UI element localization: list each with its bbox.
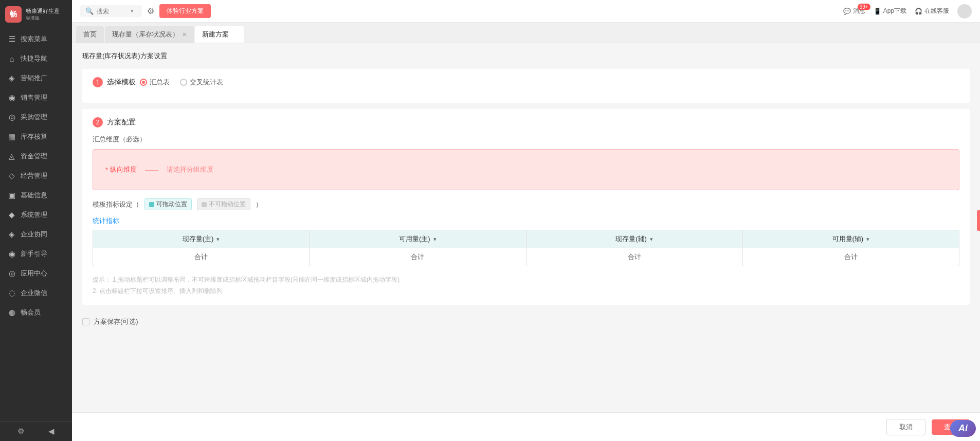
sidebar-item-wechat[interactable]: ◌ 企业微信 (0, 283, 72, 303)
stats-col-available-main[interactable]: 可用量(主) ▾ (310, 230, 526, 248)
sidebar: 畅 畅康通好生意 标准版 ☰ 搜索菜单 ⌂ 快捷导航 ◈ 营销推广 ◉ 销售管理… (0, 0, 72, 441)
trial-industry-button[interactable]: 体验行业方案 (159, 4, 211, 18)
sidebar-item-inventory[interactable]: ▦ 库存核算 (0, 127, 72, 146)
search-dropdown-icon[interactable]: ▾ (131, 8, 134, 14)
radio-summary[interactable]: 汇总表 (140, 78, 170, 87)
phone-icon: 📱 (874, 8, 881, 15)
headset-icon: 🎧 (915, 8, 922, 15)
sidebar-nav: ☰ 搜索菜单 ⌂ 快捷导航 ◈ 营销推广 ◉ 销售管理 ◎ 采购管理 ▦ 库存核… (0, 29, 72, 421)
sidebar-item-member[interactable]: ◍ 畅会员 (0, 303, 72, 322)
tab-bar: 首页 现存量（库存状况表） ✕ 新建方案 ✕ (72, 23, 980, 43)
online-service-button[interactable]: 🎧 在线客服 (915, 7, 949, 15)
main-area: 🔍 ▾ ⚙ 体验行业方案 💬 消息 99+ 📱 App下载 🎧 在线客服 (72, 0, 980, 441)
radio-summary-circle (140, 79, 147, 86)
sidebar-item-business[interactable]: ◇ 经营管理 (0, 166, 72, 186)
step2-title: 方案配置 (107, 118, 136, 127)
marketing-icon: ◈ (7, 74, 16, 83)
tab-new-close-icon[interactable]: ✕ (232, 31, 237, 38)
sidebar-item-quicknav[interactable]: ⌂ 快捷导航 (0, 49, 72, 68)
radio-cross-circle (180, 79, 187, 86)
draggable-tag: 可拖动位置 (144, 198, 192, 210)
tab-new-plan[interactable]: 新建方案 ✕ (195, 26, 244, 43)
inventory-icon: ▦ (7, 132, 16, 141)
step2-section: 2 方案配置 汇总维度（必选） * 纵向维度 —— 请选择分组维度 模板指标设定… (82, 109, 970, 305)
col0-dropdown-icon[interactable]: ▾ (216, 236, 220, 243)
tab-inventory-status[interactable]: 现存量（库存状况表） ✕ (105, 26, 194, 43)
dimension-label: 汇总维度（必选） (93, 135, 959, 144)
home-icon: ⌂ (7, 54, 16, 63)
step2-badge: 2 (93, 117, 103, 127)
dimension-selector-area[interactable]: * 纵向维度 —— 请选择分组维度 (93, 149, 959, 190)
collapse-icon[interactable]: ◀ (48, 427, 55, 436)
footer: 取消 查询 (72, 412, 980, 441)
finance-icon: ◬ (7, 152, 16, 161)
user-avatar[interactable] (957, 4, 972, 19)
dimension-separator: —— (145, 166, 158, 174)
sales-icon: ◉ (7, 93, 16, 102)
stats-col-current-aux[interactable]: 现存量(辅) ▾ (527, 230, 743, 248)
dimension-placeholder: 请选择分组维度 (167, 165, 213, 174)
stats-col-current-main[interactable]: 现存量(主) ▾ (93, 230, 310, 248)
appstore-icon: ◎ (7, 269, 16, 278)
sidebar-item-marketing[interactable]: ◈ 营销推广 (0, 68, 72, 88)
search-menu-icon: ☰ (7, 34, 16, 44)
dimension-required-mark: * (105, 166, 108, 174)
sidebar-item-guide[interactable]: ◉ 新手引导 (0, 244, 72, 264)
sidebar-item-finance[interactable]: ◬ 资金管理 (0, 146, 72, 166)
search-input[interactable] (97, 8, 128, 15)
ai-badge[interactable]: Ai (950, 420, 976, 437)
col2-dropdown-icon[interactable]: ▾ (650, 236, 653, 243)
step1-badge: 1 (93, 77, 103, 87)
message-button[interactable]: 💬 消息 99+ (843, 7, 865, 15)
right-edge-indicator (977, 210, 980, 231)
col1-dropdown-icon[interactable]: ▾ (433, 236, 437, 243)
step2-header: 2 方案配置 (93, 117, 959, 127)
stats-data-col1: 合计 (310, 248, 526, 266)
sidebar-item-sales[interactable]: ◉ 销售管理 (0, 88, 72, 107)
sidebar-item-purchase[interactable]: ◎ 采购管理 (0, 107, 72, 127)
stats-data-col0: 合计 (93, 248, 310, 266)
cancel-button[interactable]: 取消 (886, 419, 925, 435)
wechat-icon: ◌ (7, 288, 16, 298)
logo-text: 畅康通好生意 标准版 (26, 7, 60, 22)
sidebar-item-basic[interactable]: ▣ 基础信息 (0, 186, 72, 205)
radio-cross[interactable]: 交叉统计表 (180, 78, 223, 87)
topbar-search[interactable]: 🔍 ▾ (80, 5, 142, 17)
stats-col-available-aux[interactable]: 可用量(辅) ▾ (743, 230, 959, 248)
sidebar-item-appstore[interactable]: ◎ 应用中心 (0, 264, 72, 283)
page-title: 现存量(库存状况表)方案设置 (82, 51, 970, 61)
tab-inventory-close-icon[interactable]: ✕ (182, 31, 187, 38)
topbar-gear-icon[interactable]: ⚙ (147, 6, 154, 16)
business-icon: ◇ (7, 171, 16, 180)
stats-table: 现存量(主) ▾ 可用量(主) ▾ 现存量(辅) ▾ 可用量(辅) (93, 230, 959, 266)
stats-data-col3: 合计 (743, 248, 959, 266)
sidebar-item-system[interactable]: ◆ 系统管理 (0, 205, 72, 225)
app-download-button[interactable]: 📱 App下载 (874, 7, 906, 15)
content-area: 现存量(库存状况表)方案设置 1 选择模板 汇总表 交叉统计表 (72, 43, 980, 412)
template-radio-group: 汇总表 交叉统计表 (140, 78, 223, 87)
step1-title: 选择模板 (107, 78, 136, 87)
indicators-section: 模板指标设定（ 可拖动位置 不可拖动位置 ） (93, 198, 959, 210)
stats-data-col2: 合计 (527, 248, 743, 266)
save-checkbox[interactable] (82, 318, 89, 325)
save-option-section: 方案保存(可选) (82, 311, 970, 333)
col3-dropdown-icon[interactable]: ▾ (866, 236, 869, 243)
system-icon: ◆ (7, 210, 16, 219)
indicators-label: 模板指标设定（ 可拖动位置 不可拖动位置 ） (93, 198, 959, 210)
sidebar-item-enterprise[interactable]: ◈ 企业协同 (0, 225, 72, 244)
member-icon: ◍ (7, 308, 16, 317)
hints-section: 提示： 1.拖动标题栏可以调整布局，不可跨维度或指标区域拖动栏目字段(只能在同一… (93, 274, 959, 297)
sidebar-item-search[interactable]: ☰ 搜索菜单 (0, 29, 72, 49)
basic-icon: ▣ (7, 191, 16, 200)
tab-home[interactable]: 首页 (76, 26, 104, 43)
drag-icon (149, 202, 154, 207)
guide-icon: ◉ (7, 249, 16, 259)
purchase-icon: ◎ (7, 113, 16, 122)
settings-icon[interactable]: ⚙ (17, 427, 24, 436)
logo-icon: 畅 (5, 6, 22, 23)
enterprise-icon: ◈ (7, 230, 16, 239)
stats-title: 统计指标 (93, 216, 959, 226)
stats-section: 统计指标 现存量(主) ▾ 可用量(主) ▾ 现存量(辅) ▾ (93, 216, 959, 266)
topbar-search-icon: 🔍 (85, 7, 94, 15)
step1-header: 1 选择模板 汇总表 交叉统计表 (93, 77, 959, 87)
